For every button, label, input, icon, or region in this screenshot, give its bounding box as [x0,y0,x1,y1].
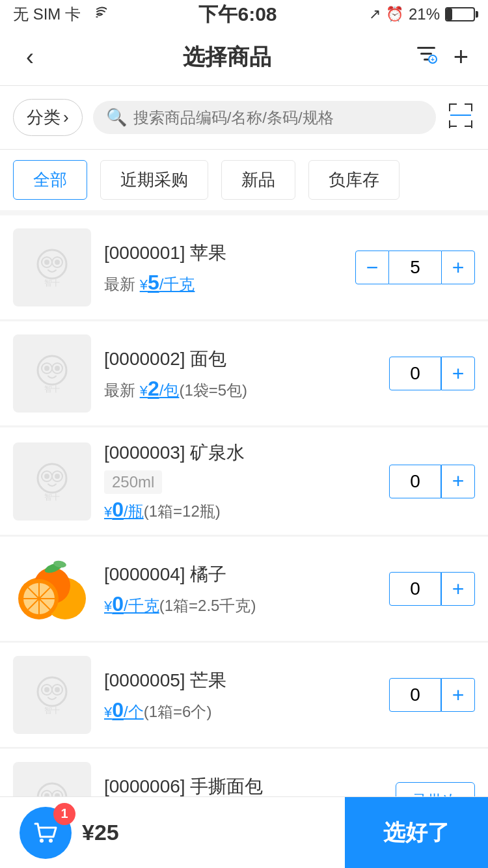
product-price: 最新 ¥2/包(1袋=5包) [104,377,376,401]
svg-rect-0 [417,47,435,49]
svg-text:智十: 智十 [44,706,60,715]
cart-button[interactable]: 1 [20,807,72,859]
svg-rect-8 [471,103,472,111]
quantity-control: + [389,357,475,390]
owl-placeholder-icon: 智十 [26,669,78,721]
filter-icon[interactable]: + [414,42,438,72]
svg-rect-13 [450,115,471,116]
search-bar: 分类 › 🔍 [0,86,488,150]
status-left: 无 SIM 卡 [13,4,107,25]
product-info: [0000005] 芒果 ¥0/个(1箱=6个) [104,668,376,722]
svg-point-56 [49,839,53,843]
product-name: [0000002] 面包 [104,347,376,372]
list-item: 智十 [0000002] 面包 最新 ¥2/包(1袋=5包) + [0,321,488,426]
quantity-increase-button[interactable]: + [441,357,475,390]
product-price: 最新 ¥5/千克 [104,271,342,295]
wifi-icon [87,5,107,23]
list-item: 智十 [0000005] 芒果 ¥0/个(1箱=6个) + [0,643,488,748]
quantity-increase-button[interactable]: + [441,465,475,498]
cart-total: ¥25 [82,820,119,845]
quantity-control: + [389,465,475,498]
list-item: 智十 [0000003] 矿泉水 250ml ¥0/瓶(1箱=12瓶) + [0,427,488,536]
nav-bar: ‹ 选择商品 + + [0,29,488,86]
cart-icon [31,819,60,847]
bottom-bar: 1 ¥25 选好了 [0,796,488,868]
quantity-increase-button[interactable]: + [441,678,475,712]
oranges-illustration [13,550,91,628]
owl-placeholder-icon: 智十 [26,241,78,293]
product-name: [0000003] 矿泉水 [104,441,376,465]
svg-point-29 [44,474,49,479]
svg-text:智十: 智十 [44,278,60,288]
add-icon[interactable]: + [454,42,468,72]
product-image: 智十 [13,228,91,306]
battery-icon [445,7,475,21]
quantity-input[interactable] [389,465,441,498]
product-image: 智十 [13,656,91,734]
list-item: [0000004] 橘子 ¥0/千克(1箱=2.5千克) + [0,537,488,642]
svg-rect-10 [449,120,450,128]
product-name: [0000004] 橘子 [104,562,376,587]
product-price: ¥0/个(1箱=6个) [104,698,376,722]
quantity-control: + [389,572,475,606]
owl-placeholder-icon: 智十 [26,347,78,400]
svg-point-18 [55,260,60,265]
cart-badge: 1 [53,803,75,825]
tab-recent-purchase[interactable]: 近期采购 [100,160,208,200]
quantity-input[interactable] [389,357,441,390]
confirm-button[interactable]: 选好了 [345,797,488,869]
product-spec: 250ml [104,470,162,494]
svg-point-23 [44,366,49,371]
quantity-input[interactable] [389,572,441,606]
product-info: [0000001] 苹果 最新 ¥5/千克 [104,241,342,295]
product-list: 智十 [0000001] 苹果 最新 ¥5/千克 − + 智十 [0,215,488,868]
product-info: [0000004] 橘子 ¥0/千克(1箱=2.5千克) [104,562,376,616]
page-title: 选择商品 [183,42,271,72]
nav-actions: + + [414,42,468,72]
quantity-increase-button[interactable]: + [441,572,475,606]
svg-rect-2 [424,59,429,61]
tab-all[interactable]: 全部 [13,160,87,200]
status-right: ↗ ⏰ 21% [369,5,475,23]
owl-placeholder-icon: 智十 [26,455,78,508]
location-icon: ↗ [369,6,381,23]
svg-text:智十: 智十 [44,493,60,502]
status-time: 下午6:08 [198,1,277,28]
search-input-wrap: 🔍 [93,101,436,134]
tab-negative-stock[interactable]: 负库存 [308,160,400,200]
product-name: [0000006] 手撕面包 [104,774,383,799]
product-info: [0000002] 面包 最新 ¥2/包(1袋=5包) [104,347,376,401]
category-arrow-icon: › [63,107,69,128]
scan-icon[interactable] [446,101,475,135]
svg-point-17 [44,260,49,265]
svg-point-47 [55,687,60,692]
category-label: 分类 [27,106,61,129]
product-name: [0000005] 芒果 [104,668,376,693]
tab-new-product[interactable]: 新品 [221,160,295,200]
svg-rect-1 [420,53,432,55]
product-name: [0000001] 苹果 [104,241,342,265]
product-info: [0000003] 矿泉水 250ml ¥0/瓶(1箱=12瓶) [104,441,376,522]
cart-area: 1 ¥25 [0,807,345,859]
category-button[interactable]: 分类 › [13,99,83,136]
quantity-control: − + [355,251,475,284]
svg-point-24 [55,366,60,371]
svg-rect-12 [471,120,472,128]
search-input[interactable] [133,109,423,127]
product-image [13,550,91,628]
quantity-increase-button[interactable]: + [441,251,475,284]
status-bar: 无 SIM 卡 下午6:08 ↗ ⏰ 21% [0,0,488,29]
svg-text:+: + [431,56,435,63]
product-image: 智十 [13,334,91,413]
carrier-text: 无 SIM 卡 [13,4,81,25]
alarm-icon: ⏰ [386,6,403,23]
back-button[interactable]: ‹ [20,37,40,77]
svg-point-55 [40,839,44,843]
product-image: 智十 [13,442,91,521]
quantity-decrease-button[interactable]: − [355,251,389,284]
quantity-control: + [389,678,475,712]
list-item: 智十 [0000001] 苹果 最新 ¥5/千克 − + [0,215,488,320]
svg-rect-6 [449,103,450,111]
quantity-input[interactable] [389,251,441,284]
quantity-input[interactable] [389,678,441,712]
